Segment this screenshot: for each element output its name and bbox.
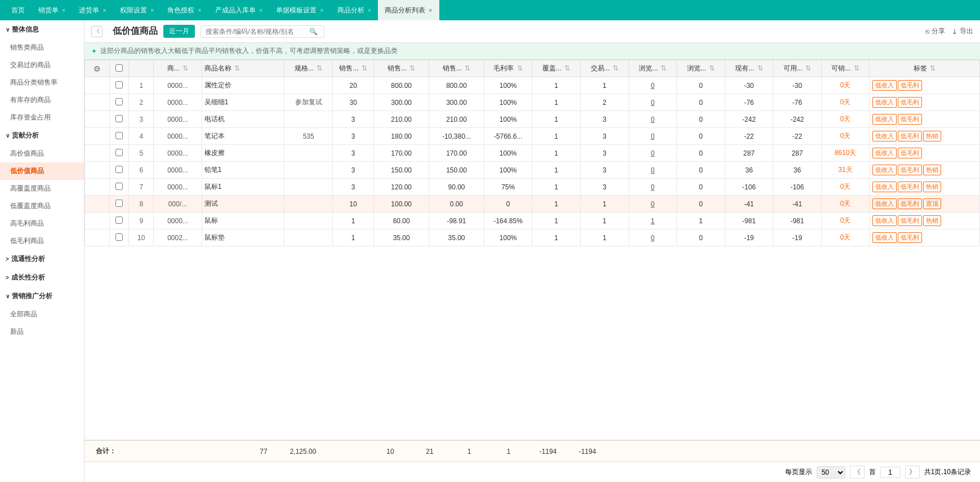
sidebar-item-stocked-products[interactable]: 有库存的商品 [0, 91, 84, 109]
column-spec[interactable]: 规格... ⇅ [284, 60, 333, 77]
column-trade-count[interactable]: 交易... ⇅ [580, 60, 629, 77]
close-icon[interactable]: × [103, 7, 106, 14]
column-product-code[interactable]: 商... ⇅ [154, 60, 202, 77]
row-select-checkbox[interactable] [115, 200, 123, 207]
first-page-button[interactable]: 《 [850, 466, 865, 479]
row-browse2: 0 [677, 229, 725, 246]
row-select-checkbox[interactable] [115, 216, 123, 224]
close-icon[interactable]: × [150, 7, 154, 14]
row-select-checkbox[interactable] [115, 233, 123, 241]
sidebar-item-new-products[interactable]: 新品 [0, 323, 84, 341]
sidebar-item-low-coverage[interactable]: 低覆盖度商品 [0, 197, 84, 215]
sidebar-item-low-value[interactable]: 低价值商品 [0, 162, 84, 180]
sidebar-item-sales-products[interactable]: 销售类商品 [0, 39, 84, 56]
sidebar-item-low-margin[interactable]: 低毛利商品 [0, 232, 84, 250]
row-browse1[interactable]: 0 [629, 179, 677, 196]
row-checkbox[interactable] [110, 179, 129, 196]
sidebar-item-high-value[interactable]: 高价值商品 [0, 145, 84, 162]
column-browse1[interactable]: 浏览... ⇅ [629, 60, 677, 77]
row-checkbox[interactable] [110, 77, 129, 94]
row-select-checkbox[interactable] [115, 98, 123, 105]
sidebar-group-circulation[interactable]: > 流通性分析 [0, 250, 84, 268]
sidebar-item-inventory-capital[interactable]: 库存资金占用 [0, 109, 84, 126]
gear-icon[interactable]: ⚙ [93, 64, 101, 73]
sidebar-item-high-coverage[interactable]: 高覆盖度商品 [0, 180, 84, 197]
sidebar-item-high-margin[interactable]: 高毛利商品 [0, 215, 84, 232]
collapse-sidebar-button[interactable]: 《 [91, 26, 103, 37]
share-button[interactable]: ⎋ 分享 [925, 26, 945, 36]
row-select-checkbox[interactable] [115, 166, 123, 173]
row-select-checkbox[interactable] [115, 115, 123, 122]
sidebar-item-category-sales-rate[interactable]: 商品分类销售率 [0, 74, 84, 91]
row-browse1[interactable]: 0 [629, 128, 677, 145]
column-gross-margin[interactable]: 毛利率 ⇅ [484, 60, 532, 77]
row-browse1[interactable]: 1 [629, 213, 677, 229]
row-select-checkbox[interactable] [115, 183, 123, 190]
close-icon[interactable]: × [259, 7, 262, 14]
row-checkbox[interactable] [110, 162, 129, 179]
nav-product-analysis[interactable]: 商品分析 × [331, 0, 378, 20]
nav-purchase-order[interactable]: 进货单 × [72, 0, 113, 20]
close-icon[interactable]: × [368, 7, 371, 14]
row-sale-amount: 120.00 [374, 179, 429, 196]
nav-finished-goods[interactable]: 产成品入库单 × [208, 0, 269, 20]
row-browse1[interactable]: 0 [629, 94, 677, 111]
row-checkbox[interactable] [110, 94, 129, 111]
tag-label: 低收入 [872, 97, 897, 108]
close-icon[interactable]: × [429, 7, 432, 14]
row-checkbox[interactable] [110, 229, 129, 246]
column-product-name[interactable]: 商品名称 ⇅ [202, 60, 284, 77]
column-settings[interactable]: ⚙ [85, 60, 110, 77]
column-checkbox[interactable] [110, 60, 129, 77]
row-select-checkbox[interactable] [115, 132, 123, 139]
nav-role-auth[interactable]: 角色授权 × [161, 0, 208, 20]
row-sale-qty: 3 [332, 145, 373, 162]
export-button[interactable]: ⤓ 导出 [952, 26, 973, 36]
sidebar-item-all-products[interactable]: 全部商品 [0, 306, 84, 323]
column-available-stock[interactable]: 可用... ⇅ [773, 60, 822, 77]
per-page-select[interactable]: 50 20 100 [817, 466, 845, 479]
nav-permission-settings[interactable]: 权限设置 × [113, 0, 161, 20]
nav-template-settings[interactable]: 单据模板设置 × [269, 0, 330, 20]
nav-product-analysis-list[interactable]: 商品分析列表 × [378, 0, 439, 20]
row-select-checkbox[interactable] [115, 149, 123, 156]
row-checkbox[interactable] [110, 196, 129, 213]
row-checkbox[interactable] [110, 111, 129, 128]
sidebar-group-overall[interactable]: ∨ 整体信息 [0, 20, 84, 39]
close-icon[interactable]: × [320, 7, 323, 14]
row-browse1[interactable]: 0 [629, 162, 677, 179]
row-checkbox[interactable] [110, 213, 129, 229]
row-browse1[interactable]: 0 [629, 77, 677, 94]
next-page-button[interactable]: 》 [905, 466, 920, 479]
nav-sales-order[interactable]: 销货单 × [32, 0, 72, 20]
row-select-checkbox[interactable] [115, 81, 123, 89]
column-tags[interactable]: 标签 ⇅ [870, 60, 980, 77]
column-sales-profit[interactable]: 销售... ⇅ [429, 60, 484, 77]
sidebar-group-growth[interactable]: > 成长性分析 [0, 268, 84, 287]
nav-home[interactable]: 首页 [5, 0, 32, 20]
close-icon[interactable]: × [198, 7, 201, 14]
page-number-input[interactable] [880, 467, 901, 478]
row-name: 属性定价 [202, 77, 284, 94]
row-browse1[interactable]: 0 [629, 229, 677, 246]
search-input[interactable] [206, 28, 307, 36]
tag-label: 低收入 [872, 80, 897, 91]
column-coverage[interactable]: 覆盖... ⇅ [532, 60, 581, 77]
sidebar-group-contribution[interactable]: ∨ 贡献分析 [0, 126, 84, 145]
row-checkbox[interactable] [110, 145, 129, 162]
row-browse1[interactable]: 0 [629, 111, 677, 128]
filter-recent-month-button[interactable]: 近一月 [163, 25, 195, 38]
row-browse1[interactable]: 0 [629, 145, 677, 162]
column-sales-qty[interactable]: 销售... ⇅ [332, 60, 373, 77]
column-browse2[interactable]: 浏览... ⇅ [677, 60, 725, 77]
column-current-stock[interactable]: 现有... ⇅ [725, 60, 773, 77]
close-icon[interactable]: × [62, 7, 65, 14]
select-all-checkbox[interactable] [115, 64, 123, 72]
search-icon[interactable]: 🔍 [309, 28, 318, 36]
column-sales-amount[interactable]: 销售... ⇅ [374, 60, 429, 77]
column-sellable-days[interactable]: 可销... ⇅ [821, 60, 870, 77]
sidebar-item-traded-products[interactable]: 交易过的商品 [0, 56, 84, 74]
row-browse1[interactable]: 0 [629, 196, 677, 213]
sidebar-group-marketing[interactable]: ∨ 营销推广分析 [0, 287, 84, 306]
row-checkbox[interactable] [110, 128, 129, 145]
